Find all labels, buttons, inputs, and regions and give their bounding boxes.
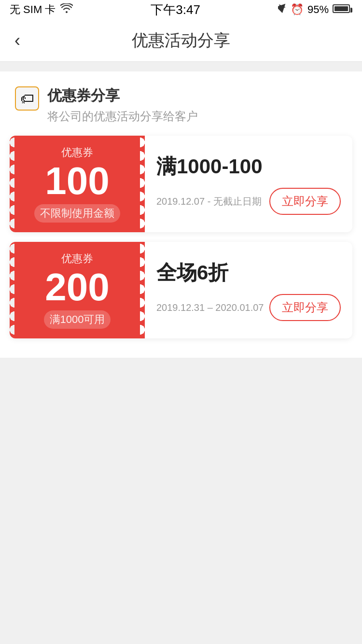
coupon-left-2: 优惠券 200 满1000可用 bbox=[10, 242, 145, 338]
empty-area bbox=[0, 358, 362, 644]
share-button-1[interactable]: 立即分享 bbox=[269, 188, 341, 215]
section-subtitle: 将公司的优惠活动分享给客户 bbox=[47, 109, 198, 124]
coupon-date-2: 2019.12.31 – 2020.01.07 bbox=[156, 302, 264, 313]
section-text: 优惠券分享 将公司的优惠活动分享给客户 bbox=[47, 86, 198, 124]
coupon-condition-2: 满1000可用 bbox=[44, 310, 111, 329]
coupon-right-2: 全场6折 2019.12.31 – 2020.01.07 立即分享 bbox=[145, 242, 352, 338]
back-button[interactable]: ‹ bbox=[14, 30, 20, 51]
battery-icon bbox=[333, 3, 352, 16]
coupon-name-1: 满1000-100 bbox=[156, 153, 341, 180]
section-header: 🏷 优惠券分享 将公司的优惠活动分享给客户 bbox=[0, 71, 362, 136]
status-time: 下午3:47 bbox=[151, 1, 200, 18]
alarm-icon: ⏰ bbox=[291, 3, 304, 16]
carrier-text: 无 SIM 卡 bbox=[10, 2, 56, 17]
nav-title: 优惠活动分享 bbox=[132, 29, 230, 52]
coupon-condition-1: 不限制使用金额 bbox=[34, 204, 120, 223]
coupon-left-1: 优惠券 100 不限制使用金额 bbox=[10, 136, 145, 232]
share-button-2[interactable]: 立即分享 bbox=[269, 294, 341, 321]
coupon-value-1: 100 bbox=[45, 162, 109, 200]
nav-bar: ‹ 优惠活动分享 bbox=[0, 19, 362, 62]
coupon-meta-2: 2019.12.31 – 2020.01.07 立即分享 bbox=[156, 294, 341, 321]
status-left: 无 SIM 卡 bbox=[10, 2, 73, 17]
status-bar: 无 SIM 卡 下午3:47 ⏰ 95% bbox=[0, 0, 362, 19]
location-icon bbox=[278, 3, 287, 16]
coupon-label-2: 优惠券 bbox=[61, 252, 93, 266]
coupon-list: 优惠券 100 不限制使用金额 满1000-100 2019.12.07 - 无… bbox=[0, 136, 362, 358]
coupon-date-1: 2019.12.07 - 无截止日期 bbox=[156, 195, 262, 208]
section-title: 优惠券分享 bbox=[47, 86, 198, 106]
coupon-right-1: 满1000-100 2019.12.07 - 无截止日期 立即分享 bbox=[145, 136, 352, 232]
coupon-icon: 🏷 bbox=[15, 86, 39, 111]
coupon-meta-1: 2019.12.07 - 无截止日期 立即分享 bbox=[156, 188, 341, 215]
coupon-card-2: 优惠券 200 满1000可用 全场6折 2019.12.31 – 2020.0… bbox=[10, 242, 352, 338]
section-icon-wrapper: 🏷 bbox=[14, 86, 40, 111]
coupon-label-1: 优惠券 bbox=[61, 145, 93, 160]
coupon-card-1: 优惠券 100 不限制使用金额 满1000-100 2019.12.07 - 无… bbox=[10, 136, 352, 232]
status-right: ⏰ 95% bbox=[278, 3, 352, 16]
battery-percent: 95% bbox=[307, 3, 329, 16]
separator-top bbox=[0, 62, 362, 71]
coupon-value-2: 200 bbox=[45, 268, 109, 307]
coupon-name-2: 全场6折 bbox=[156, 259, 341, 286]
wifi-icon bbox=[60, 3, 73, 16]
